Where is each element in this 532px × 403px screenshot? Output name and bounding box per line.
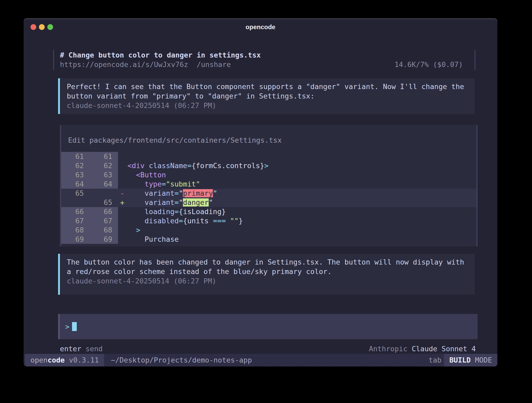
app-version-chip: opencode v0.3.11 [25, 354, 104, 366]
window-title: opencode [245, 23, 275, 31]
model-label: Claude Sonnet 4 [412, 345, 476, 353]
share-url[interactable]: https://opencode.ai/s/UwJxv76z [60, 60, 188, 69]
line-number-new: 63 [90, 170, 118, 179]
enter-key-hint: enter [60, 345, 81, 353]
code-line: variant="danger" [127, 198, 476, 207]
traffic-lights [30, 18, 53, 36]
close-button[interactable] [30, 24, 36, 30]
diff-row: 6767 disabled={units === ""} [61, 216, 476, 225]
tab-key-hint[interactable]: tab [429, 354, 442, 366]
diff-row: 6363 <Button [61, 170, 476, 179]
provider-label: Anthropic [369, 345, 412, 353]
diff-row: 6161 [61, 152, 476, 161]
diff-rows: 61616262<div className={formCs.controls}… [61, 152, 476, 244]
zoom-button[interactable] [47, 24, 53, 30]
prompt-marker: > [65, 323, 69, 331]
code-line: <div className={formCs.controls}> [127, 161, 476, 170]
model-timestamp: claude-sonnet-4-20250514 (06:27 PM) [67, 276, 468, 286]
diff-marker: + [118, 198, 127, 207]
diff-row: 6666 loading={isLoading} [61, 207, 476, 216]
code-line: > [127, 225, 476, 235]
mode-name: BUILD [449, 356, 470, 364]
diff-row: 65+ variant="danger" [61, 198, 476, 207]
code-line: variant="primary" [127, 189, 476, 198]
diff-row: 6262<div className={formCs.controls}> [61, 161, 476, 170]
line-number-old [61, 198, 90, 207]
code-line: disabled={units === ""} [127, 216, 476, 225]
minimize-button[interactable] [39, 24, 45, 30]
line-number-new: 69 [90, 235, 118, 244]
line-number-old: 66 [61, 207, 90, 216]
model-timestamp: claude-sonnet-4-20250514 (06:27 PM) [67, 101, 468, 110]
message-text-line: a red/rose color scheme instead of the b… [67, 267, 468, 276]
diff-marker [118, 152, 127, 161]
line-number-new: 64 [90, 179, 118, 189]
message-text-line: Perfect! I can see that the Button compo… [67, 82, 468, 91]
edit-file-path: Edit packages/frontend/src/containers/Se… [61, 136, 476, 145]
app-version: v0.3.11 [65, 356, 99, 364]
diff-marker [118, 179, 127, 189]
code-line: <Button [127, 170, 476, 179]
diff-marker [118, 207, 127, 216]
edit-tool-panel: Edit packages/frontend/src/containers/Se… [60, 125, 478, 246]
line-number-old: 68 [61, 225, 90, 235]
mode-suffix: MODE [471, 356, 492, 364]
status-bar: opencode v0.3.11 ~/Desktop/Projects/demo… [24, 354, 497, 366]
mode-chip[interactable]: BUILD MODE [444, 354, 497, 366]
diff-marker [118, 170, 127, 179]
line-number-old: 61 [61, 152, 90, 161]
app-name-open: open [30, 356, 48, 364]
line-number-old: 64 [61, 179, 90, 189]
diff-row: 6464 type="submit" [61, 179, 476, 189]
opencode-window: opencode # Change button color to danger… [24, 18, 497, 366]
send-action-hint: send [81, 345, 103, 353]
app-name-code: code [48, 356, 65, 364]
line-number-old: 65 [61, 189, 90, 198]
line-number-new: 66 [90, 207, 118, 216]
code-line [127, 152, 476, 161]
assistant-message: The button color has been changed to dan… [58, 254, 475, 295]
line-number-new: 67 [90, 216, 118, 225]
working-directory: ~/Desktop/Projects/demo-notes-app [111, 354, 252, 366]
diff-marker [118, 235, 127, 244]
session-header: # Change button color to danger in setti… [53, 50, 475, 70]
code-line: Purchase [127, 235, 476, 244]
diff-marker [118, 216, 127, 225]
diff-marker [118, 225, 127, 235]
message-text-line: The button color has been changed to dan… [67, 257, 468, 267]
diff-marker: - [118, 189, 127, 198]
diff-row: 65- variant="primary" [61, 189, 476, 198]
titlebar: opencode [24, 18, 497, 36]
line-number-new: 65 [90, 198, 118, 207]
code-line: type="submit" [127, 179, 476, 189]
text-cursor [72, 322, 77, 331]
token-cost-stats: 14.6K/7% ($0.07) [395, 60, 463, 69]
line-number-new [90, 189, 118, 198]
message-text-line: button variant from "primary" to "danger… [67, 91, 468, 101]
hint-row: enter send Anthropic Claude Sonnet 4 [60, 344, 476, 354]
line-number-old: 69 [61, 235, 90, 244]
line-number-old: 62 [61, 161, 90, 170]
line-number-new: 62 [90, 161, 118, 170]
diff-row: 6969 Purchase [61, 235, 476, 244]
line-number-old: 67 [61, 216, 90, 225]
session-title: # Change button color to danger in setti… [60, 50, 463, 60]
diff-marker [118, 161, 127, 170]
prompt-input[interactable]: > [58, 314, 478, 339]
line-number-new: 61 [90, 152, 118, 161]
line-number-old: 63 [61, 170, 90, 179]
line-number-new: 68 [90, 225, 118, 235]
unshare-command[interactable]: /unshare [188, 60, 231, 69]
diff-row: 6868 > [61, 225, 476, 235]
assistant-message: Perfect! I can see that the Button compo… [58, 78, 475, 114]
code-line: loading={isLoading} [127, 207, 476, 216]
